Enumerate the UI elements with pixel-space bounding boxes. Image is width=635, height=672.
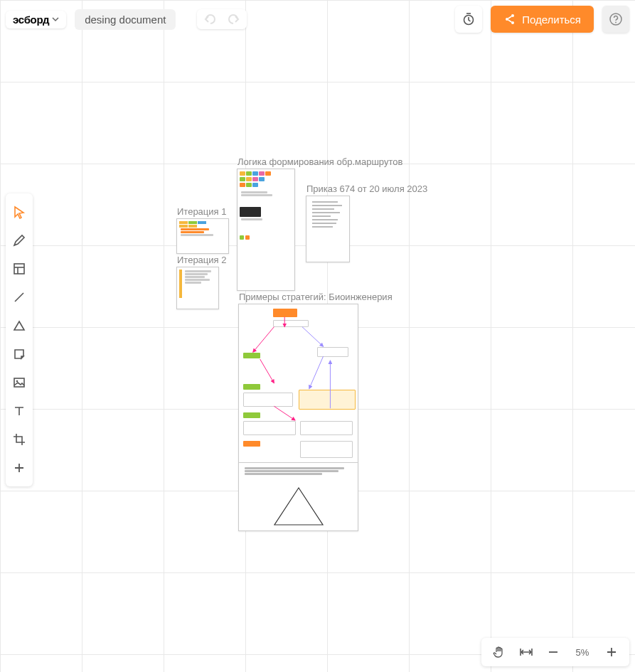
plus-icon [12, 461, 26, 475]
share-icon [503, 13, 516, 26]
pen-tool[interactable] [6, 226, 33, 255]
frame-strategies[interactable]: Примеры стратегий: Биоинженерия [238, 304, 358, 531]
sticky-icon [12, 347, 26, 361]
svg-rect-14 [14, 264, 24, 274]
text-tool[interactable] [6, 397, 33, 425]
frame-label: Примеры стратегий: Биоинженерия [239, 292, 393, 302]
zoom-bar: 5% [481, 638, 629, 666]
triangle-icon [12, 319, 26, 333]
svg-line-4 [260, 359, 274, 383]
share-label: Поделиться [522, 14, 581, 26]
svg-line-2 [253, 327, 274, 353]
svg-line-6 [274, 406, 295, 420]
svg-rect-18 [14, 378, 24, 387]
image-tool[interactable] [6, 368, 33, 397]
logo-menu[interactable]: эсборд [6, 11, 66, 28]
zoom-value[interactable]: 5% [567, 647, 598, 658]
left-toolbar [6, 193, 33, 486]
sticky-tool[interactable] [6, 340, 33, 368]
hand-icon [492, 645, 506, 659]
add-tool[interactable] [6, 454, 33, 482]
document-title[interactable]: desing document [75, 9, 176, 30]
redo-icon[interactable] [225, 12, 241, 26]
pan-tool[interactable] [486, 638, 513, 666]
clock-icon [461, 12, 476, 26]
crop-icon [12, 432, 26, 447]
svg-line-17 [15, 293, 23, 302]
crop-tool[interactable] [6, 425, 33, 454]
frame-label: Итерация 1 [177, 206, 226, 217]
timer-button[interactable] [455, 6, 482, 33]
fit-button[interactable] [513, 638, 540, 666]
frame-iter2[interactable]: Итерация 2 [176, 267, 219, 309]
frame-order[interactable]: Приказ 674 от 20 июля 2023 [306, 196, 350, 262]
pencil-icon [12, 233, 26, 247]
frame-iter1[interactable]: Итерация 1 [176, 218, 229, 254]
cursor-icon [12, 205, 26, 219]
plus-icon [605, 646, 618, 658]
zoom-out-button[interactable] [540, 638, 567, 666]
frame-logic[interactable]: Логика формирования обр.маршрутов [237, 169, 295, 291]
svg-point-19 [16, 380, 18, 383]
select-tool[interactable] [6, 198, 33, 226]
frame-label: Итерация 2 [177, 255, 226, 265]
undo-icon[interactable] [203, 12, 218, 26]
frame-label: Приказ 674 от 20 июля 2023 [306, 183, 427, 194]
chevron-down-icon [52, 16, 59, 23]
line-icon [12, 290, 26, 304]
svg-point-12 [610, 14, 621, 25]
minus-icon [547, 646, 560, 658]
share-button[interactable]: Поделиться [491, 6, 594, 33]
svg-point-13 [615, 22, 617, 23]
line-tool[interactable] [6, 283, 33, 311]
help-button[interactable] [602, 6, 629, 33]
question-icon [609, 13, 622, 26]
text-icon [12, 404, 26, 418]
svg-line-3 [302, 327, 324, 347]
shape-tool[interactable] [6, 311, 33, 340]
topbar: эсборд desing document Поделиться [6, 6, 629, 33]
frame-label: Логика формирования обр.маршрутов [238, 156, 402, 167]
image-icon [12, 375, 26, 390]
logo-text: эсборд [13, 14, 49, 26]
fit-icon [519, 645, 533, 659]
undo-redo-group [197, 9, 247, 29]
frame-icon [12, 262, 26, 276]
frame-tool[interactable] [6, 255, 33, 283]
svg-line-5 [309, 356, 324, 388]
zoom-in-button[interactable] [598, 638, 625, 666]
